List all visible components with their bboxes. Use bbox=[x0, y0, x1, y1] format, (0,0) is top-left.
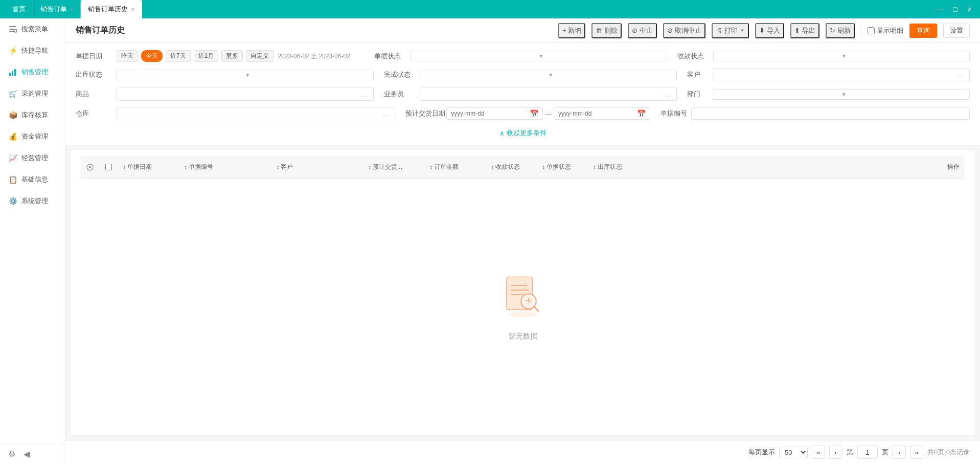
query-btn[interactable]: 查询 bbox=[909, 24, 937, 38]
page-size-select[interactable]: 50 10 20 100 bbox=[779, 447, 808, 458]
delivery-end-field[interactable] bbox=[558, 110, 635, 117]
sidebar-item-finance[interactable]: 💰 资金管理 bbox=[0, 126, 65, 147]
delivery-end-calendar-icon[interactable]: 📅 bbox=[637, 109, 646, 118]
next-page-btn[interactable]: › bbox=[893, 446, 906, 459]
sidebar-item-basic-info[interactable]: 📋 基础信息 bbox=[0, 169, 65, 190]
last-page-btn[interactable]: » bbox=[910, 446, 923, 459]
cancel-stop-btn[interactable]: ⊘ 取消中止 bbox=[663, 23, 705, 38]
th-date[interactable]: ↕ 单据日期 bbox=[118, 160, 179, 174]
first-page-btn[interactable]: « bbox=[812, 446, 825, 459]
warehouse-ellipsis[interactable]: ... bbox=[380, 109, 391, 118]
page-size-label: 每页显示 bbox=[748, 448, 775, 457]
new-btn[interactable]: + 新增 bbox=[558, 23, 585, 38]
salesperson-field[interactable] bbox=[424, 91, 662, 98]
date-btn-yesterday[interactable]: 昨天 bbox=[117, 50, 138, 62]
date-btn-1month[interactable]: 近1月 bbox=[194, 50, 219, 62]
th-amount-text: 订单金额 bbox=[434, 163, 459, 171]
tab-sales-order-history[interactable]: 销售订单历史 × bbox=[81, 0, 142, 18]
prev-page-btn[interactable]: ‹ bbox=[829, 446, 842, 459]
cancel-stop-btn-label: 取消中止 bbox=[675, 26, 701, 35]
order-status-select[interactable]: ▼ bbox=[410, 51, 667, 61]
product-field[interactable] bbox=[121, 91, 359, 98]
delivery-end-input[interactable]: 📅 bbox=[554, 107, 650, 120]
warehouse-field[interactable] bbox=[121, 110, 380, 117]
th-status-text: 单据状态 bbox=[546, 163, 571, 171]
table-select-all-checkbox[interactable] bbox=[99, 164, 118, 170]
outbound-status-select[interactable]: ▼ bbox=[117, 70, 374, 80]
warehouse-input[interactable]: ... bbox=[117, 107, 395, 120]
show-detail-label: 显示明细 bbox=[868, 26, 903, 35]
print-arrow-icon: ▼ bbox=[740, 28, 745, 33]
delivery-start-field[interactable] bbox=[451, 110, 528, 117]
customer-field[interactable] bbox=[717, 71, 955, 78]
settings-btn[interactable]: 设置 bbox=[943, 24, 970, 38]
tab-sales-order-close[interactable]: × bbox=[70, 6, 73, 12]
sidebar-collapse-btn[interactable]: ◀ bbox=[24, 449, 30, 459]
page-title: 销售订单历史 bbox=[76, 25, 558, 36]
th-outbound-sort: ↕ bbox=[593, 164, 596, 171]
page-prefix: 第 bbox=[847, 448, 853, 457]
date-btn-more[interactable]: 更多 bbox=[221, 50, 243, 62]
th-outbound-text: 出库状态 bbox=[598, 163, 622, 171]
export-btn[interactable]: ⬆ 导出 bbox=[790, 23, 819, 38]
date-btn-7days[interactable]: 近7天 bbox=[166, 50, 191, 62]
th-amount[interactable]: ↕ 订单金额 bbox=[424, 160, 486, 174]
product-input[interactable]: ... bbox=[117, 87, 374, 101]
salesperson-input[interactable]: ... bbox=[420, 87, 677, 101]
tab-home[interactable]: 首页 bbox=[5, 0, 33, 18]
svg-rect-5 bbox=[9, 73, 11, 76]
collapse-btn[interactable]: ∧ 收起更多条件 bbox=[499, 128, 546, 138]
next-page-icon: › bbox=[898, 449, 900, 456]
sidebar-item-purchase-mgmt[interactable]: 🛒 采购管理 bbox=[0, 83, 65, 104]
th-customer[interactable]: ↕ 客户 bbox=[271, 160, 363, 174]
purchase-mgmt-icon: 🛒 bbox=[8, 89, 17, 98]
refresh-btn-label: 刷新 bbox=[837, 26, 851, 35]
delivery-start-input[interactable]: 📅 bbox=[446, 107, 543, 120]
department-arrow: ▼ bbox=[841, 92, 966, 97]
stop-btn-label: 中止 bbox=[640, 26, 653, 35]
empty-illustration bbox=[495, 268, 551, 324]
delete-btn[interactable]: 🗑 删除 bbox=[591, 23, 622, 38]
current-page-input[interactable] bbox=[857, 446, 878, 459]
th-delivery[interactable]: ↕ 预计交货... bbox=[363, 160, 424, 174]
sidebar-settings-btn[interactable]: ⚙ bbox=[8, 449, 15, 459]
sidebar-item-quick-nav[interactable]: ⚡ 快捷导航 bbox=[0, 40, 65, 61]
sidebar-item-search-menu[interactable]: 搜索菜单 bbox=[0, 18, 65, 40]
product-ellipsis[interactable]: ... bbox=[359, 90, 369, 98]
tab-sales-order-history-close[interactable]: × bbox=[131, 6, 134, 12]
date-btn-today[interactable]: 今天 bbox=[141, 50, 163, 62]
department-select[interactable]: ▼ bbox=[713, 89, 970, 100]
sidebar-item-system[interactable]: ⚙️ 系统管理 bbox=[0, 190, 65, 212]
sidebar-item-inventory[interactable]: 📦 库存核算 bbox=[0, 104, 65, 126]
th-payment[interactable]: ↕ 收款状态 bbox=[486, 160, 537, 174]
date-btn-custom[interactable]: 自定义 bbox=[246, 50, 274, 62]
th-status[interactable]: ↕ 单据状态 bbox=[537, 160, 588, 174]
order-no-field[interactable] bbox=[696, 110, 965, 117]
complete-status-select[interactable]: ▼ bbox=[420, 70, 677, 80]
order-no-input[interactable] bbox=[691, 107, 970, 120]
payment-status-select[interactable]: ▼ bbox=[713, 51, 970, 61]
stop-btn[interactable]: ⊘ 中止 bbox=[628, 23, 657, 38]
customer-input[interactable]: ... bbox=[713, 68, 970, 81]
show-detail-checkbox[interactable] bbox=[868, 27, 875, 34]
sidebar-item-operations[interactable]: 📈 经营管理 bbox=[0, 147, 65, 169]
delivery-start-calendar-icon[interactable]: 📅 bbox=[530, 109, 538, 118]
close-btn[interactable]: × bbox=[965, 4, 975, 14]
date-range-display: 2023-06-02 至 2023-06-02 bbox=[278, 52, 350, 61]
complete-status-arrow: ▼ bbox=[549, 72, 673, 78]
salesperson-label: 业务员 bbox=[384, 90, 420, 99]
table-settings-btn[interactable] bbox=[81, 164, 99, 171]
payment-status-arrow: ▼ bbox=[841, 53, 965, 59]
th-order[interactable]: ↕ 单据编号 bbox=[179, 160, 271, 174]
print-btn[interactable]: 🖨 打印 ▼ bbox=[712, 23, 749, 38]
th-outbound[interactable]: ↕ 出库状态 bbox=[588, 160, 639, 174]
salesperson-ellipsis[interactable]: ... bbox=[662, 90, 672, 98]
sidebar-item-sales-mgmt[interactable]: 销售管理 bbox=[0, 61, 65, 83]
maximize-btn[interactable]: □ bbox=[950, 4, 960, 14]
minimize-btn[interactable]: — bbox=[932, 4, 946, 14]
import-btn[interactable]: ⬇ 导入 bbox=[755, 23, 784, 38]
table-area: ↕ 单据日期 ↕ 单据编号 ↕ 客户 ↕ 预计交货... ↕ 订单金额 bbox=[71, 150, 975, 435]
tab-sales-order[interactable]: 销售订单 × bbox=[33, 0, 81, 18]
refresh-btn[interactable]: ↻ 刷新 bbox=[826, 23, 855, 38]
customer-ellipsis[interactable]: ... bbox=[955, 71, 965, 79]
